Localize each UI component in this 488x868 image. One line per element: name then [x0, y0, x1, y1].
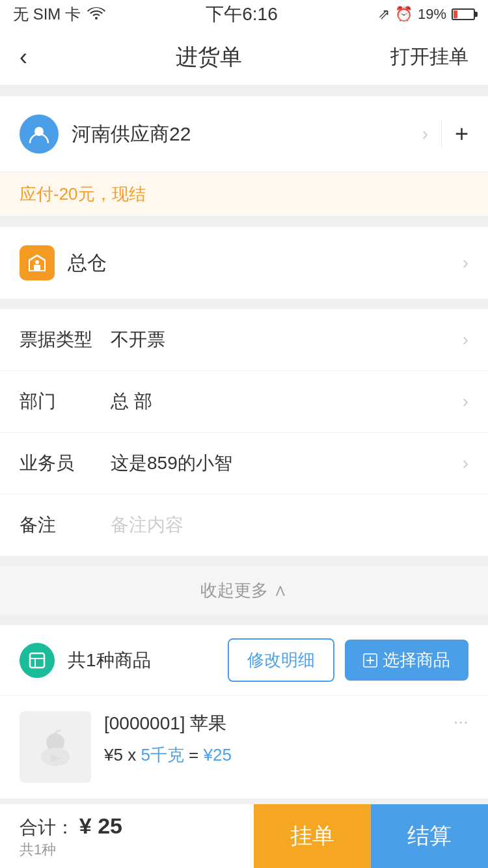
status-carrier: 无 SIM 卡 — [13, 4, 105, 25]
checkout-button[interactable]: 结算 — [371, 804, 488, 868]
form-chevron-staff: › — [463, 453, 468, 474]
form-row-dept[interactable]: 部门 总 部 › — [0, 371, 488, 433]
product-total: ¥25 — [203, 745, 231, 765]
products-icon — [20, 643, 55, 678]
product-name: [0000001] 苹果 — [104, 711, 454, 736]
select-product-label: 选择商品 — [383, 649, 450, 671]
supplier-chevron: › — [422, 124, 428, 144]
bottom-bar: 合计： ¥ 25 共1种 挂单 结算 — [0, 804, 488, 868]
product-item: 智+ [0000001] 苹果 ¥5 x 5千克 = ¥25 ··· — [0, 696, 488, 798]
form-value-staff: 这是859的小智 — [98, 451, 463, 476]
product-qty: 5千克 — [141, 745, 183, 765]
svg-rect-3 — [30, 653, 44, 668]
collapse-label: 收起更多 ∧ — [200, 579, 287, 602]
warehouse-section: 总仓 › — [0, 227, 488, 299]
back-button[interactable]: ‹ — [20, 44, 27, 71]
supplier-avatar — [20, 115, 59, 154]
edit-detail-button[interactable]: 修改明细 — [228, 638, 334, 682]
svg-point-2 — [35, 260, 39, 264]
status-right: ⇗ ⏰ 19% — [378, 6, 475, 23]
form-row-remark[interactable]: 备注 备注内容 — [0, 495, 488, 556]
form-section: 票据类型 不开票 › 部门 总 部 › 业务员 这是859的小智 › 备注 备注… — [0, 309, 488, 556]
product-id: [0000001] 苹果 — [104, 713, 226, 733]
nav-bar: ‹ 进货单 打开挂单 — [0, 29, 488, 86]
total-row: 合计： ¥ 25 — [20, 813, 234, 840]
form-value-ticket: 不开票 — [98, 327, 463, 352]
product-info: [0000001] 苹果 ¥5 x 5千克 = ¥25 — [104, 711, 454, 766]
products-header: 共1种商品 修改明细 选择商品 — [0, 625, 488, 696]
form-chevron-dept: › — [463, 391, 468, 412]
select-product-button[interactable]: 选择商品 — [345, 640, 468, 681]
battery-icon — [452, 8, 475, 20]
warehouse-icon — [20, 245, 55, 280]
form-label-staff: 业务员 — [20, 451, 98, 476]
spacer2 — [0, 615, 488, 625]
wifi-icon — [87, 5, 105, 23]
form-row-ticket[interactable]: 票据类型 不开票 › — [0, 309, 488, 371]
product-formula: ¥5 x 5千克 = ¥25 — [104, 744, 454, 766]
product-equals: = — [184, 745, 204, 765]
alarm-icon: ⏰ — [395, 6, 413, 23]
status-time: 下午6:16 — [206, 2, 278, 27]
status-bar: 无 SIM 卡 下午6:16 ⇗ ⏰ 19% — [0, 0, 488, 29]
carrier-text: 无 SIM 卡 — [13, 4, 81, 25]
form-value-dept: 总 部 — [98, 389, 463, 414]
supplier-section: 河南供应商22 › + 应付-20元，现结 — [0, 96, 488, 217]
bottom-total: 合计： ¥ 25 共1种 — [0, 813, 254, 860]
product-more-button[interactable]: ··· — [454, 711, 468, 732]
form-chevron-ticket: › — [463, 329, 468, 350]
warehouse-row[interactable]: 总仓 › — [0, 227, 488, 299]
form-row-staff[interactable]: 业务员 这是859的小智 › — [0, 433, 488, 495]
hang-button[interactable]: 挂单 — [254, 804, 371, 868]
supplier-row[interactable]: 河南供应商22 › + — [0, 96, 488, 172]
form-label-remark: 备注 — [20, 513, 98, 537]
warehouse-name: 总仓 — [68, 250, 463, 277]
form-value-remark: 备注内容 — [98, 513, 468, 537]
svg-rect-1 — [34, 265, 40, 271]
supplier-alert: 应付-20元，现结 — [0, 172, 488, 217]
supplier-name: 河南供应商22 — [72, 121, 422, 148]
supplier-divider — [441, 120, 442, 148]
total-amount: ¥ 25 — [79, 813, 122, 838]
form-label-dept: 部门 — [20, 389, 98, 414]
warehouse-chevron: › — [463, 252, 468, 273]
location-icon: ⇗ — [378, 6, 390, 23]
battery-percent: 19% — [418, 6, 446, 23]
collapse-row[interactable]: 收起更多 ∧ — [0, 566, 488, 615]
form-label-ticket: 票据类型 — [20, 327, 98, 352]
open-hung-button[interactable]: 打开挂单 — [390, 44, 468, 70]
products-count: 共1种商品 — [68, 648, 228, 673]
total-count: 共1种 — [20, 840, 234, 860]
product-thumbnail: 智+ — [20, 711, 91, 783]
product-price: ¥5 x — [104, 745, 141, 765]
products-section: 共1种商品 修改明细 选择商品 智+ [0000001] 苹果 — [0, 625, 488, 798]
supplier-add-button[interactable]: + — [455, 120, 468, 148]
top-spacer — [0, 86, 488, 96]
total-label: 合计： — [20, 817, 74, 837]
page-title: 进货单 — [176, 42, 242, 72]
svg-text:智+: 智+ — [50, 755, 61, 762]
